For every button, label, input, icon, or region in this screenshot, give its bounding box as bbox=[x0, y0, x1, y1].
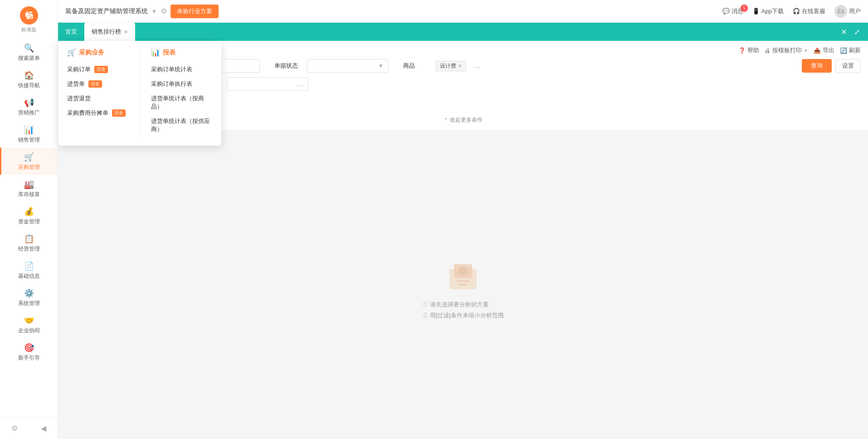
app-label: App下载 bbox=[761, 7, 784, 15]
topnav-dropdown-arrow[interactable]: ▼ bbox=[151, 8, 157, 15]
print-icon: 🖨 bbox=[765, 47, 770, 54]
logo-subtitle: 标准版 bbox=[21, 26, 36, 33]
purchase-cost-item[interactable]: 采购费用分摊单 历史 bbox=[67, 106, 129, 120]
collapse-chevron-icon: ⌃ bbox=[444, 117, 448, 123]
topnav-settings-icon[interactable]: ⚙ bbox=[161, 7, 167, 15]
stock-return-item[interactable]: 进货退货 bbox=[67, 91, 129, 106]
sidebar-item-operations[interactable]: 📋 经营管理 bbox=[0, 229, 58, 256]
order-status-label: 单据状态 bbox=[274, 62, 302, 70]
stock-stat-product-item[interactable]: 进货单统计表（按商品） bbox=[151, 91, 213, 114]
system-icon: ⚙️ bbox=[24, 288, 34, 298]
app-download-item[interactable]: 📱 App下载 bbox=[752, 7, 784, 15]
industry-btn[interactable]: 体验行业方案 bbox=[171, 5, 219, 18]
purchase-icon: 🛒 bbox=[24, 152, 34, 162]
purchase-order-item[interactable]: 采购订单 历史 bbox=[67, 62, 129, 77]
tab-sales-rank-label: 销售排行榜 bbox=[92, 28, 121, 36]
sidebar-item-finance[interactable]: 💰 资金管理 bbox=[0, 202, 58, 229]
product-tag-close[interactable]: ✕ bbox=[458, 63, 462, 69]
tab-close-window-icon[interactable]: ✕ bbox=[838, 27, 849, 37]
stock-return-label: 进货退货 bbox=[67, 94, 91, 103]
stock-stat-supplier-item[interactable]: 进货单统计表（按供应商） bbox=[151, 114, 213, 137]
order-status-select[interactable]: ▼ bbox=[307, 59, 389, 73]
sidebar-item-newbie[interactable]: 🎯 新手引导 bbox=[0, 338, 58, 365]
print-label: 按模板打印 bbox=[772, 46, 802, 54]
empty-text-list: 请先选择要分析的方案 用[过滤]条件来缩小分析范围 bbox=[422, 301, 504, 320]
salesperson-select[interactable]: … bbox=[227, 77, 308, 91]
message-item[interactable]: 💬 5 消息 bbox=[722, 7, 743, 15]
print-btn[interactable]: 🖨 按模板打印 ▼ bbox=[765, 46, 808, 54]
sidebar-item-system[interactable]: ⚙️ 系统管理 bbox=[0, 284, 58, 311]
svg-rect-6 bbox=[458, 284, 468, 286]
sidebar-label-newbie: 新手引导 bbox=[18, 354, 40, 362]
sidebar-label-quick: 快捷导航 bbox=[18, 82, 40, 89]
purchase-order-history-badge: 历史 bbox=[94, 66, 108, 73]
empty-state: 请先选择要分析的方案 用[过滤]条件来缩小分析范围 bbox=[58, 131, 868, 439]
refresh-label: 刷新 bbox=[849, 46, 861, 54]
topnav-right: 💬 5 消息 📱 App下载 🎧 在线客服 Ea 用户 bbox=[722, 5, 861, 18]
settings-btn[interactable]: 设置 bbox=[835, 59, 861, 73]
topnav: 装备及固定资产辅助管理系统 ▼ ⚙ 体验行业方案 💬 5 消息 📱 App下载 … bbox=[58, 0, 868, 23]
purchase-col-icon: 🛒 bbox=[67, 48, 76, 57]
sidebar-item-marketing[interactable]: 📢 营销推广 bbox=[0, 93, 58, 120]
purchase-order-exec-item[interactable]: 采购订单执行表 bbox=[151, 77, 213, 91]
online-service-item[interactable]: 🎧 在线客服 bbox=[793, 7, 825, 15]
tab-maximize-icon[interactable]: ⤢ bbox=[851, 27, 863, 37]
sidebar-item-purchase[interactable]: 🛒 采购管理 bbox=[0, 148, 58, 175]
collapse-btn[interactable]: ⌃ 收起更多条件 bbox=[444, 116, 483, 124]
refresh-icon: 🔄 bbox=[840, 47, 847, 54]
sidebar-label-finance: 资金管理 bbox=[18, 218, 40, 226]
user-label: 用户 bbox=[849, 7, 861, 15]
purchase-order-stat-item[interactable]: 采购订单统计表 bbox=[151, 62, 213, 77]
sidebar-item-basic[interactable]: 📄 基础信息 bbox=[0, 256, 58, 284]
phone-icon: 📱 bbox=[752, 8, 760, 15]
sidebar-item-inventory[interactable]: 🏭 库存核算 bbox=[0, 175, 58, 202]
user-item[interactable]: Ea 用户 bbox=[834, 5, 861, 18]
salesperson-dots[interactable]: … bbox=[296, 80, 303, 88]
stock-in-item[interactable]: 进货单 历史 bbox=[67, 77, 129, 91]
refresh-btn[interactable]: 🔄 刷新 bbox=[840, 46, 861, 54]
stock-in-label: 进货单 bbox=[67, 80, 85, 88]
svg-point-4 bbox=[458, 266, 468, 276]
product-more-dots[interactable]: … bbox=[472, 62, 483, 70]
sidebar-label-purchase: 采购管理 bbox=[18, 163, 40, 171]
query-btn[interactable]: 查询 bbox=[802, 59, 832, 73]
product-tag: 设计费 ✕ bbox=[436, 61, 466, 71]
sales-icon: 📊 bbox=[24, 125, 34, 135]
export-btn[interactable]: 📤 导出 bbox=[814, 46, 834, 54]
order-status-chevron: ▼ bbox=[378, 63, 384, 69]
svg-text:畅: 畅 bbox=[25, 11, 33, 20]
sidebar-item-search[interactable]: 🔍 搜索菜单 bbox=[0, 39, 58, 66]
user-avatar: Ea bbox=[834, 5, 847, 18]
sidebar-collapse-btn[interactable]: ◀ bbox=[37, 422, 50, 434]
tab-sales-rank[interactable]: 销售排行榜 ✕ bbox=[84, 23, 135, 41]
tab-home-label: 首页 bbox=[65, 28, 77, 36]
purchase-order-exec-label: 采购订单执行表 bbox=[151, 80, 192, 88]
tabbar-actions: ✕ ⤢ bbox=[833, 23, 868, 41]
tab-close-icon[interactable]: ✕ bbox=[124, 29, 128, 35]
empty-tip-2: 用[过滤]条件来缩小分析范围 bbox=[422, 311, 504, 320]
product-tag-value: 设计费 bbox=[440, 62, 456, 70]
help-label: 帮助 bbox=[747, 46, 759, 54]
purchase-cost-history-badge: 历史 bbox=[112, 109, 126, 117]
sidebar-logo: 畅 标准版 bbox=[0, 0, 58, 37]
sidebar-item-enterprise[interactable]: 🤝 企业协同 bbox=[0, 311, 58, 338]
sidebar-item-sales[interactable]: 📊 销售管理 bbox=[0, 120, 58, 148]
report-col-title-text: 报表 bbox=[163, 49, 176, 57]
sidebar-bottom: ⚙ ◀ bbox=[0, 417, 58, 439]
headset-icon: 🎧 bbox=[793, 8, 800, 15]
sidebar-item-quick[interactable]: 🏠 快捷导航 bbox=[0, 66, 58, 93]
main-area: 装备及固定资产辅助管理系统 ▼ ⚙ 体验行业方案 💬 5 消息 📱 App下载 … bbox=[58, 0, 868, 439]
message-badge: 5 bbox=[741, 5, 748, 12]
print-dropdown-icon[interactable]: ▼ bbox=[804, 48, 808, 53]
export-icon: 📤 bbox=[814, 47, 821, 54]
svg-rect-5 bbox=[456, 280, 470, 282]
help-btn[interactable]: ❓ 帮助 bbox=[738, 46, 759, 54]
sidebar-settings-btn[interactable]: ⚙ bbox=[8, 422, 21, 434]
online-label: 在线客服 bbox=[802, 7, 825, 15]
sidebar-label-marketing: 营销推广 bbox=[18, 109, 40, 117]
tab-home[interactable]: 首页 bbox=[58, 23, 84, 41]
purchase-cost-label: 采购费用分摊单 bbox=[67, 109, 108, 117]
sidebar: 畅 标准版 🔍 搜索菜单 🏠 快捷导航 📢 营销推广 📊 销售管理 🛒 采购管理… bbox=[0, 0, 58, 439]
finance-icon: 💰 bbox=[24, 207, 34, 217]
dropdown-menu: 🛒 采购业务 采购订单 历史 进货单 历史 进货退货 采购费用分摊单 历史 📊 bbox=[58, 41, 221, 146]
